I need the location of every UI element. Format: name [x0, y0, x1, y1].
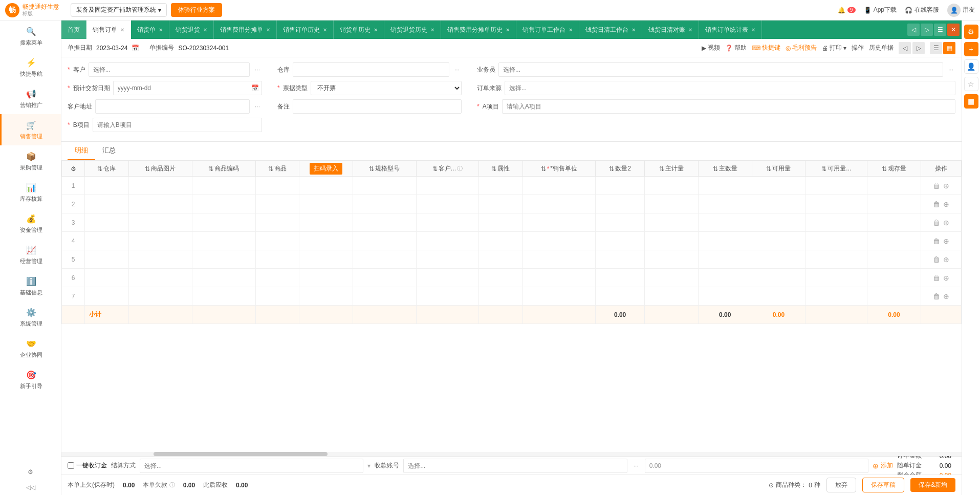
cell-available2[interactable] [805, 195, 867, 213]
sidebar-item-enterprise[interactable]: 🤝 企业协同 [0, 333, 61, 364]
cell-main-qty[interactable] [698, 269, 752, 287]
delete-row-icon[interactable]: 🗑 [933, 200, 940, 208]
cell-code[interactable] [192, 269, 255, 287]
right-panel-add[interactable]: + [964, 42, 978, 56]
tab-sales-expense[interactable]: 销售费用分摊单 ✕ [214, 20, 277, 39]
cell-warehouse[interactable] [85, 250, 128, 269]
scrollbar-thumb[interactable] [154, 452, 328, 456]
cell-spec[interactable] [353, 250, 416, 269]
cell-sales-unit[interactable] [522, 195, 595, 213]
th-settings[interactable]: ⚙ [62, 161, 85, 177]
copy-row-icon[interactable]: ⊕ [943, 182, 949, 190]
cell-main-unit[interactable] [645, 195, 699, 213]
online-service[interactable]: 🎧 在线客服 [905, 6, 939, 14]
receipt-more-icon[interactable]: ··· [631, 462, 641, 469]
cell-code[interactable] [192, 287, 255, 306]
a-project-input[interactable] [502, 99, 955, 114]
copy-row-icon[interactable]: ⊕ [943, 200, 949, 208]
solution-btn[interactable]: 体验行业方案 [171, 3, 222, 17]
settlement-chevron-icon[interactable]: ▾ [367, 462, 371, 469]
add-btn[interactable]: ⊕ 添加 [873, 461, 893, 470]
cell-customer-code[interactable] [416, 232, 478, 250]
right-panel-star[interactable]: ☆ [964, 77, 978, 91]
tab-close-icon[interactable]: ✕ [323, 27, 327, 33]
discard-btn[interactable]: 放弃 [826, 478, 856, 492]
customer-more-icon[interactable]: ··· [253, 66, 262, 73]
sort-icon[interactable]: ⇅ [432, 165, 438, 173]
checkout-checkbox-input[interactable] [68, 462, 74, 469]
calendar-icon[interactable]: 📅 [251, 84, 259, 92]
cell-attributes[interactable] [479, 195, 522, 213]
sort-icon[interactable]: ⇅ [766, 165, 771, 173]
cell-attributes[interactable] [479, 232, 522, 250]
cell-product[interactable] [255, 213, 299, 232]
help-btn[interactable]: ❓ 帮助 [725, 44, 747, 52]
cell-warehouse[interactable] [85, 269, 128, 287]
cell-attributes[interactable] [479, 287, 522, 306]
warehouse-input[interactable]: 成品库 [293, 62, 449, 77]
form-view-btn[interactable]: ▦ [943, 42, 955, 54]
copy-row-icon[interactable]: ⊕ [943, 219, 949, 227]
cell-spec[interactable] [353, 232, 416, 250]
right-panel-settings[interactable]: ⚙ [964, 25, 978, 39]
sort-icon[interactable]: ⇅ [145, 165, 150, 173]
warehouse-more-icon[interactable]: ··· [452, 66, 462, 73]
address-more-icon[interactable]: ··· [253, 103, 262, 110]
cell-current-stock[interactable] [867, 213, 921, 232]
tab-prev-btn[interactable]: ◁ [907, 24, 920, 36]
tab-close-icon[interactable]: ✕ [688, 27, 692, 33]
cell-available[interactable] [752, 177, 805, 195]
cell-current-stock[interactable] [867, 232, 921, 250]
cell-sales-unit[interactable] [522, 213, 595, 232]
shortcut-btn[interactable]: ⌨ 快捷键 [752, 44, 780, 52]
cell-current-stock[interactable] [867, 269, 921, 287]
sidebar-item-purchase[interactable]: 📦 采购管理 [0, 145, 61, 177]
cell-main-qty[interactable] [698, 177, 752, 195]
cell-main-qty[interactable] [698, 250, 752, 269]
cell-sales-unit[interactable] [522, 287, 595, 306]
cell-product[interactable] [255, 250, 299, 269]
cell-available[interactable] [752, 232, 805, 250]
cell-current-stock[interactable] [867, 287, 921, 306]
tab-close-icon[interactable]: ✕ [266, 27, 270, 33]
cell-customer-code[interactable] [416, 177, 478, 195]
tab-return-history[interactable]: 销货退货历史 ✕ [384, 20, 441, 39]
detail-tab-detail[interactable]: 明细 [68, 142, 95, 160]
sort-icon[interactable]: ⇅ [208, 165, 213, 173]
profit-btn[interactable]: ◎ 毛利预告 [786, 44, 817, 52]
delete-row-icon[interactable]: 🗑 [933, 237, 940, 245]
tab-close-icon[interactable]: ✕ [203, 27, 207, 33]
cell-main-unit[interactable] [645, 232, 699, 250]
tab-order-history[interactable]: 销售订单历史 ✕ [277, 20, 334, 39]
cell-customer-code[interactable] [416, 250, 478, 269]
sidebar-item-operations[interactable]: 📈 经营管理 [0, 239, 61, 270]
delete-row-icon[interactable]: 🗑 [933, 274, 940, 282]
amount-input[interactable] [645, 459, 868, 473]
staff-more-icon[interactable]: ··· [946, 66, 955, 73]
sort-icon[interactable]: ⇅ [609, 165, 614, 173]
tab-close-icon[interactable]: ✕ [631, 27, 636, 33]
delete-row-icon[interactable]: 🗑 [933, 292, 940, 300]
cell-main-qty[interactable] [698, 213, 752, 232]
tab-next-btn[interactable]: ▷ [921, 24, 933, 36]
sidebar-item-inventory[interactable]: 📊 库存核算 [0, 177, 61, 208]
tab-close-icon[interactable]: ✕ [569, 27, 573, 33]
cell-main-qty[interactable] [698, 232, 752, 250]
cell-warehouse[interactable] [85, 177, 128, 195]
save-new-btn[interactable]: 保存&新增 [910, 478, 955, 492]
cell-qty2[interactable] [596, 269, 645, 287]
cell-customer-code[interactable] [416, 287, 478, 306]
remark-input[interactable] [293, 99, 462, 114]
cell-spec[interactable] [353, 213, 416, 232]
cell-current-stock[interactable] [867, 177, 921, 195]
right-panel-person[interactable]: 👤 [964, 59, 978, 74]
cell-current-stock[interactable] [867, 195, 921, 213]
tab-daily-receivable[interactable]: 钱货日清工作台 ✕ [579, 20, 642, 39]
copy-row-icon[interactable]: ⊕ [943, 237, 949, 245]
sort-icon[interactable]: ⇅ [491, 165, 496, 173]
cell-available2[interactable] [805, 232, 867, 250]
cell-product[interactable] [255, 232, 299, 250]
one-click-checkout-checkbox[interactable]: 一键收订金 [68, 461, 107, 470]
history-btn[interactable]: 历史单据 [869, 44, 894, 52]
cell-available2[interactable] [805, 177, 867, 195]
